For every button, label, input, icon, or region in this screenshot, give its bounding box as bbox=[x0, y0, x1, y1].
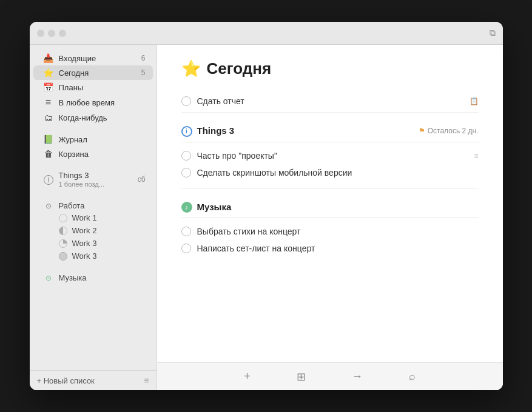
new-list-button[interactable]: + Новый список bbox=[37, 376, 95, 385]
sidebar-area-music[interactable]: ⊙ Музыка bbox=[33, 270, 153, 284]
task-4-checkbox[interactable] bbox=[181, 227, 191, 236]
new-list-label: + Новый список bbox=[37, 376, 95, 385]
today-icon: ⭐ bbox=[43, 68, 54, 78]
things3-group-icon: i bbox=[43, 174, 54, 185]
work2-progress-icon bbox=[59, 227, 67, 235]
section-things3: i Things 3 ⚑ Осталось 2 дн. bbox=[181, 125, 479, 142]
task-2-note-icon: ≡ bbox=[474, 151, 478, 160]
task-5: Написать сет-лист на концерт bbox=[181, 240, 479, 257]
page-star-icon: ⭐ bbox=[181, 59, 201, 78]
task-3-label: Сделать скриншоты мобильной версии bbox=[197, 168, 479, 178]
close-button[interactable] bbox=[37, 30, 44, 37]
sidebar-work1-label: Work 1 bbox=[72, 213, 97, 222]
task-1-note-icon: 📋 bbox=[470, 97, 479, 105]
sidebar-item-someday[interactable]: 🗂 Когда-нибудь bbox=[33, 110, 153, 125]
things3-meta-text: Осталось 2 дн. bbox=[428, 127, 479, 135]
sidebar-divider-1 bbox=[30, 126, 157, 131]
calendar-button[interactable]: ⊞ bbox=[292, 368, 311, 386]
things3-section-icon: i bbox=[181, 125, 192, 137]
sidebar-item-work1[interactable]: Work 1 bbox=[33, 211, 153, 224]
task-4-label: Выбрать стихи на концерт bbox=[197, 227, 479, 236]
things3-section-meta: ⚑ Осталось 2 дн. bbox=[419, 127, 479, 135]
section-music: ♪ Музыка bbox=[181, 201, 479, 218]
titlebar: ⧉ bbox=[30, 22, 503, 45]
music-area-icon: ⊙ bbox=[43, 274, 54, 282]
sidebar-things3-badge: сб bbox=[138, 175, 146, 184]
sidebar-things3-sublabel: 1 более позд... bbox=[59, 181, 133, 188]
sidebar-work-label: Работа bbox=[59, 201, 85, 210]
sidebar-item-anytime[interactable]: ≡ В любое время bbox=[33, 95, 153, 110]
sidebar-item-plans[interactable]: 📅 Планы bbox=[33, 80, 153, 95]
titlebar-action-icon[interactable]: ⧉ bbox=[490, 28, 496, 38]
sidebar-work-area: ⊙ Работа Work 1 Work 2 Work 3 Work bbox=[30, 196, 157, 264]
filter-icon[interactable]: ≡ bbox=[144, 376, 149, 385]
app-window: ⧉ 📥 Входящие 6 ⭐ Сегодня 5 📅 Планы bbox=[30, 22, 503, 390]
sidebar-things3-group: i Things 3 1 более позд... сб bbox=[30, 167, 157, 191]
sidebar-things3-label: Things 3 bbox=[59, 171, 133, 180]
main-scroll: ⭐ Сегодня Сдать отчет 📋 i Things 3 bbox=[157, 45, 503, 362]
task-5-checkbox[interactable] bbox=[181, 244, 191, 253]
sidebar-music-area: ⊙ Музыка bbox=[30, 268, 157, 285]
sidebar-anytime-label: В любое время bbox=[59, 98, 146, 107]
sidebar-work3a-label: Work 3 bbox=[72, 239, 97, 248]
sidebar-inbox-label: Входящие bbox=[59, 54, 136, 63]
task-3-checkbox[interactable] bbox=[181, 168, 191, 178]
sidebar-divider-3 bbox=[30, 191, 157, 196]
task-2-checkbox[interactable] bbox=[181, 151, 191, 161]
music-section-title: Музыка bbox=[197, 202, 479, 212]
sidebar-footer: + Новый список ≡ bbox=[30, 370, 157, 390]
sidebar-area-work[interactable]: ⊙ Работа bbox=[33, 198, 153, 211]
sidebar-nav-section: 📥 Входящие 6 ⭐ Сегодня 5 📅 Планы ≡ В люб… bbox=[30, 50, 157, 126]
sidebar-system-section: 📗 Журнал 🗑 Корзина bbox=[30, 131, 157, 162]
add-button[interactable]: + bbox=[239, 368, 255, 385]
sidebar-inbox-badge: 6 bbox=[141, 54, 146, 62]
sidebar-plans-label: Планы bbox=[59, 83, 146, 92]
work-area-icon: ⊙ bbox=[43, 202, 54, 210]
work3b-progress-icon bbox=[59, 252, 67, 261]
sidebar-music-label: Музыка bbox=[59, 273, 87, 282]
section-divider-2 bbox=[181, 188, 479, 189]
traffic-lights bbox=[37, 30, 66, 37]
sidebar-item-journal[interactable]: 📗 Журнал bbox=[33, 132, 153, 147]
task-1-label: Сдать отчет bbox=[197, 96, 463, 106]
app-body: 📥 Входящие 6 ⭐ Сегодня 5 📅 Планы ≡ В люб… bbox=[30, 45, 503, 390]
task-2-label: Часть про "проекты" bbox=[197, 151, 468, 161]
task-2: Часть про "проекты" ≡ bbox=[181, 147, 479, 164]
sidebar-item-inbox[interactable]: 📥 Входящие 6 bbox=[33, 51, 153, 65]
sidebar-work3b-label: Work 3 bbox=[72, 251, 97, 261]
page-header: ⭐ Сегодня bbox=[181, 59, 479, 78]
sidebar-item-today[interactable]: ⭐ Сегодня 5 bbox=[33, 65, 153, 80]
inbox-icon: 📥 bbox=[43, 53, 54, 63]
sidebar-someday-label: Когда-нибудь bbox=[59, 113, 146, 122]
section-divider-1 bbox=[181, 112, 479, 113]
sidebar-divider-2 bbox=[30, 162, 157, 167]
task-1-checkbox[interactable] bbox=[181, 96, 191, 106]
sidebar: 📥 Входящие 6 ⭐ Сегодня 5 📅 Планы ≡ В люб… bbox=[30, 45, 157, 390]
trash-icon: 🗑 bbox=[43, 149, 54, 159]
sidebar-today-badge: 5 bbox=[141, 68, 146, 77]
sidebar-item-work3b[interactable]: Work 3 bbox=[33, 250, 153, 262]
work1-progress-icon bbox=[59, 214, 67, 222]
task-4: Выбрать стихи на концерт bbox=[181, 223, 479, 240]
standalone-task-1: Сдать отчет 📋 bbox=[181, 93, 479, 110]
sidebar-divider-4 bbox=[30, 264, 157, 268]
page-title: Сегодня bbox=[207, 59, 272, 78]
journal-icon: 📗 bbox=[43, 135, 54, 144]
maximize-button[interactable] bbox=[59, 30, 66, 37]
forward-button[interactable]: → bbox=[347, 368, 368, 385]
task-5-label: Написать сет-лист на концерт bbox=[197, 244, 479, 253]
sidebar-today-label: Сегодня bbox=[59, 68, 136, 78]
minimize-button[interactable] bbox=[48, 30, 55, 37]
sidebar-item-work2[interactable]: Work 2 bbox=[33, 224, 153, 237]
things3-section-title: Things 3 bbox=[197, 125, 414, 136]
sidebar-item-things3[interactable]: i Things 3 1 более позд... сб bbox=[33, 168, 153, 190]
task-3: Сделать скриншоты мобильной версии bbox=[181, 164, 479, 181]
sidebar-item-work3a[interactable]: Work 3 bbox=[33, 237, 153, 250]
anytime-icon: ≡ bbox=[43, 97, 54, 108]
plans-icon: 📅 bbox=[43, 82, 54, 92]
someday-icon: 🗂 bbox=[43, 113, 54, 122]
sidebar-journal-label: Журнал bbox=[59, 135, 146, 144]
search-button[interactable]: ⌕ bbox=[404, 368, 420, 385]
sidebar-item-trash[interactable]: 🗑 Корзина bbox=[33, 147, 153, 161]
bottom-toolbar: + ⊞ → ⌕ bbox=[157, 362, 503, 390]
